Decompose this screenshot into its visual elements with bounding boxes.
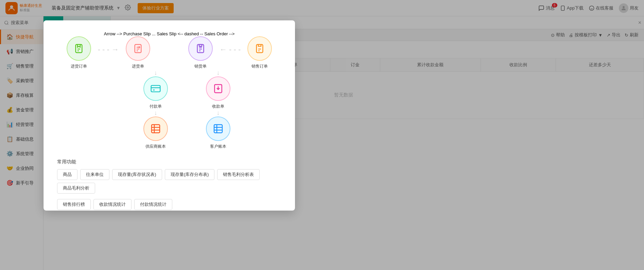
down-arrow-payment: ↓: [143, 109, 168, 116]
flow-label-purchase-slip: 进货单: [132, 64, 144, 69]
down-arrow-payment-icon: ↓: [154, 109, 157, 116]
func-btn-row2-2[interactable]: 付款情况统计: [134, 199, 172, 210]
svg-rect-12: [75, 44, 82, 53]
func-buttons-row1: 商品往来单位现存量(库存状况表)现存量(库存分布表)销售毛利分析表商品毛利分析: [57, 169, 281, 194]
down-arrow-receipt: ↓: [206, 109, 230, 116]
func-btn-4[interactable]: 销售毛利分析表: [217, 169, 260, 180]
flow-circle-sales-slip: [188, 36, 213, 61]
flow-node-sales-order: 销售订单: [247, 36, 272, 69]
svg-rect-36: [214, 125, 222, 133]
arrow-purchase-to-slip: - - - →: [98, 45, 119, 54]
flow-label-supplier-ledger: 供应商账本: [145, 144, 166, 149]
flow-node-sales-slip: 销货单: [188, 36, 213, 69]
flow-circle-receipt-slip: [206, 76, 230, 101]
flow-row-3: 供应商账本 客户账本: [58, 116, 281, 149]
arrow-sales-order-to-slip: ← - - -: [220, 45, 241, 54]
func-btn-2[interactable]: 现存量(库存状况表): [112, 169, 162, 180]
svg-rect-27: [151, 86, 160, 92]
func-btn-5[interactable]: 商品毛利分析: [57, 183, 95, 194]
flow-label-sales-order: 销售订单: [251, 64, 268, 69]
flow-label-purchase-order: 进货订单: [71, 64, 87, 69]
svg-rect-15: [135, 44, 141, 53]
flow-circle-supplier-ledger: [143, 116, 168, 141]
flow-down-arrows-row2: ↓ ↓: [57, 109, 281, 116]
down-arrow-purchase-slip-icon: ↓: [154, 69, 157, 76]
flow-node-supplier-ledger: 供应商账本: [143, 116, 168, 149]
func-buttons-row1: 商品往来单位现存量(库存状况表)现存量(库存分布表)销售毛利分析表商品毛利分析销…: [57, 169, 281, 210]
flow-circle-purchase-order: [67, 36, 91, 61]
svg-rect-19: [197, 44, 204, 53]
popup-overlay[interactable]: Arrow --> Purchase Slip ... Sales Slip <…: [0, 0, 644, 270]
flow-node-receipt-slip: 收款单: [206, 76, 230, 109]
svg-rect-32: [152, 125, 160, 133]
down-arrow-sales-slip-icon: ↓: [217, 69, 220, 76]
down-arrow-receipt-icon: ↓: [217, 109, 220, 116]
flow-label-payment-slip: 付款单: [150, 104, 162, 109]
func-btn-0[interactable]: 商品: [57, 169, 77, 180]
func-btn-row2-0[interactable]: 销售排行榜: [57, 199, 91, 210]
flow-circle-purchase-slip: [126, 36, 150, 61]
svg-rect-23: [199, 44, 202, 46]
flow-down-arrows-row: ↓ ↓: [57, 69, 281, 76]
flow-label-receipt-slip: 收款单: [212, 104, 224, 109]
flow-row-2: 付款单 收款单: [58, 76, 281, 109]
flow-node-purchase-order: 进货订单: [67, 36, 91, 69]
func-buttons-row2: 销售排行榜收款情况统计付款情况统计: [57, 199, 172, 210]
common-functions-title: 常用功能: [57, 159, 281, 165]
flow-circle-sales-order: [247, 36, 272, 61]
down-arrow-purchase-slip: ↓: [143, 69, 168, 76]
func-btn-3[interactable]: 现存量(库存分布表): [165, 169, 215, 180]
flow-popup: Arrow --> Purchase Slip ... Sales Slip <…: [43, 20, 295, 211]
common-functions-section: 常用功能 商品往来单位现存量(库存状况表)现存量(库存分布表)销售毛利分析表商品…: [57, 159, 281, 210]
flow-row-1: 进货订单 - - - → 进货单: [61, 36, 278, 69]
flow-circle-customer-ledger: [206, 116, 230, 141]
flow-circle-payment-slip: [143, 76, 168, 101]
flow-label-customer-ledger: 客户账本: [210, 144, 226, 149]
flow-node-payment-slip: 付款单: [143, 76, 168, 109]
func-btn-1[interactable]: 往来单位: [80, 169, 109, 180]
flow-label-sales-slip: 销货单: [194, 64, 207, 69]
svg-rect-24: [257, 44, 263, 53]
func-btn-row2-1[interactable]: 收款情况统计: [93, 199, 132, 210]
flow-diagram: Arrow --> Purchase Slip ... Sales Slip <…: [57, 31, 281, 149]
down-arrow-sales-slip: ↓: [206, 69, 230, 76]
flow-node-purchase-slip: 进货单: [126, 36, 150, 69]
flow-node-customer-ledger: 客户账本: [206, 116, 230, 149]
popup-inner: Arrow --> Purchase Slip ... Sales Slip <…: [43, 20, 295, 211]
